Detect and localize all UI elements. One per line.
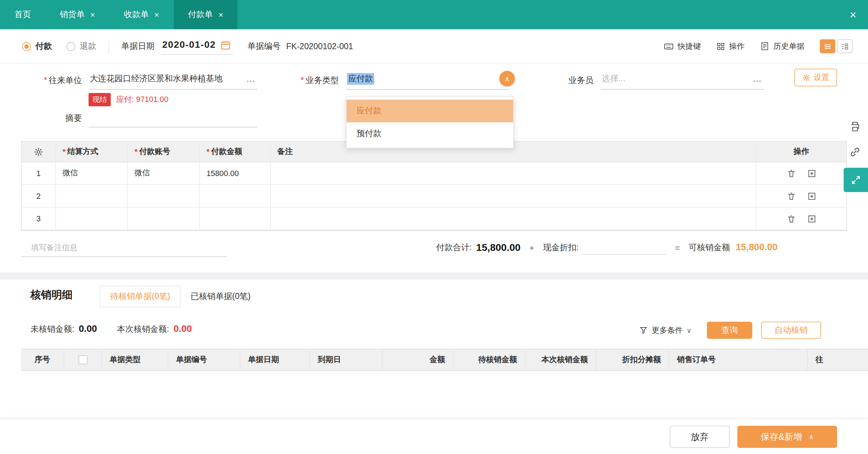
operations-label: 操作 <box>729 41 745 51</box>
discard-button[interactable]: 放弃 <box>670 426 730 448</box>
required-mark: * <box>301 75 304 84</box>
equals-sign: = <box>675 243 680 252</box>
settlement-method-cell[interactable] <box>56 185 128 207</box>
payment-amount-cell[interactable] <box>200 185 271 207</box>
verifiable-amount-label: 可核销金额 <box>689 242 730 253</box>
header-select-all <box>64 349 102 370</box>
table-settings-gear-icon[interactable] <box>22 142 56 162</box>
remark-cell[interactable] <box>271 208 756 230</box>
header-pending-amount: 待核销金额 <box>453 349 525 370</box>
doc-date-field[interactable]: 2020-01-02 <box>161 38 233 55</box>
radio-payment[interactable]: 付款 <box>22 41 52 52</box>
save-and-new-button[interactable]: 保存&新增 ∧ <box>737 426 837 448</box>
verify-stats: 未核销金额: 0.00 本次核销金额: 0.00 <box>30 323 192 334</box>
header-payment-amount: *付款金额 <box>200 142 271 162</box>
contact-field[interactable]: 大连花园口经济区景和水果种植基地 ... <box>89 72 258 90</box>
row-actions <box>756 208 846 230</box>
payment-account-cell[interactable] <box>128 208 200 230</box>
tab-home[interactable]: 首页 <box>0 0 45 29</box>
payment-total-label: 付款合计: <box>436 242 472 253</box>
auto-verify-button[interactable]: 自动核销 <box>761 322 821 339</box>
tab-pending-documents[interactable]: 待核销单据(0笔) <box>100 286 181 308</box>
salesman-field[interactable]: 选择... ... <box>601 72 764 90</box>
add-row-icon[interactable] <box>807 169 816 178</box>
biz-type-field[interactable]: 应付款 <box>346 72 509 90</box>
payment-account-cell[interactable]: 微信 <box>128 162 200 184</box>
expand-icon[interactable] <box>844 168 868 192</box>
cash-discount-input[interactable] <box>583 240 666 254</box>
chevron-up-icon: ∧ <box>505 74 510 83</box>
delete-row-icon[interactable] <box>786 191 796 201</box>
order-remark-input[interactable] <box>21 238 227 257</box>
verifiable-amount-value: 15,800.00 <box>736 242 778 253</box>
doc-date-value: 2020-01-02 <box>162 39 216 50</box>
header-doc-date: 单据日期 <box>240 349 310 370</box>
table-row: 1 微信 微信 15800.00 <box>22 162 847 185</box>
tab-payment-order[interactable]: 付款单 × <box>174 0 238 29</box>
required-mark: * <box>44 75 47 84</box>
tab-verified-documents[interactable]: 已核销单据(0笔) <box>181 286 260 306</box>
settlement-method-cell[interactable]: 微信 <box>56 162 128 184</box>
contact-value: 大连花园口经济区景和水果种植基地 <box>90 74 223 84</box>
tab-sales-order[interactable]: 销货单 × <box>45 0 109 29</box>
detail-view-toggle[interactable] <box>837 39 853 53</box>
dropdown-item-prepaid[interactable]: 预付款 <box>347 122 513 145</box>
window-close-icon[interactable]: × <box>838 0 868 29</box>
salesman-placeholder: 选择... <box>602 74 625 84</box>
header-doc-no: 单据编号 <box>168 349 240 370</box>
settings-button[interactable]: 设置 <box>794 69 837 87</box>
tab-receipt-order[interactable]: 收款单 × <box>109 0 174 29</box>
row-number: 2 <box>22 185 56 207</box>
select-all-checkbox[interactable] <box>78 355 87 364</box>
document-icon <box>760 42 769 51</box>
summary-field[interactable] <box>89 110 258 128</box>
attachment-icon[interactable] <box>847 144 863 160</box>
doc-no-value: FK-20200102-001 <box>286 42 353 51</box>
list-view-toggle[interactable] <box>820 39 836 53</box>
unverified-amount-value: 0.00 <box>79 323 97 334</box>
shortcuts-button[interactable]: 快捷键 <box>664 41 701 51</box>
row-number: 3 <box>22 208 56 230</box>
radio-payment-label: 付款 <box>35 41 52 52</box>
remark-cell[interactable] <box>271 162 756 184</box>
tab-close-icon[interactable]: × <box>90 11 95 19</box>
dropdown-item-payable[interactable]: 应付款 <box>347 100 513 123</box>
tab-close-icon[interactable]: × <box>218 11 223 19</box>
delete-row-icon[interactable] <box>786 169 796 178</box>
more-filters-label: 更多条件 <box>652 325 683 335</box>
salesman-label: 业务员 <box>560 75 593 86</box>
verify-table-header: 序号 单据类型 单据编号 单据日期 到期日 金额 待核销金额 本次核销金额 折扣… <box>21 349 868 371</box>
header-doc-type: 单据类型 <box>102 349 168 370</box>
settlement-method-cell[interactable] <box>56 208 128 230</box>
row-actions <box>756 185 846 207</box>
gear-icon <box>802 73 810 82</box>
payment-amount-cell[interactable] <box>200 208 271 230</box>
add-row-icon[interactable] <box>807 214 816 223</box>
add-row-icon[interactable] <box>807 191 816 201</box>
more-filters-button[interactable]: 更多条件 ∨ <box>640 325 692 335</box>
payment-account-cell[interactable] <box>128 185 200 207</box>
funnel-icon <box>640 326 648 334</box>
tab-label: 首页 <box>14 9 31 20</box>
table-row: 3 <box>22 208 847 231</box>
print-icon[interactable] <box>847 118 863 134</box>
totals-row: 付款合计: 15,800.00 + 现金折扣: = 可核销金额 15,800.0… <box>436 238 777 257</box>
calendar-icon[interactable] <box>220 40 231 50</box>
operations-button[interactable]: 操作 <box>716 41 744 51</box>
query-button[interactable]: 查询 <box>707 322 752 339</box>
header-due-date: 到期日 <box>310 349 383 370</box>
toolbar-right-group: 快捷键 操作 历史单据 <box>664 39 853 53</box>
history-documents-label: 历史单据 <box>773 41 804 51</box>
payment-amount-cell[interactable]: 15800.00 <box>200 162 271 184</box>
summary-label: 摘要 <box>21 113 82 124</box>
delete-row-icon[interactable] <box>786 214 796 223</box>
top-tab-bar: 首页 销货单 × 收款单 × 付款单 × × <box>0 0 868 29</box>
shortcuts-label: 快捷键 <box>678 41 701 51</box>
radio-refund[interactable]: 退款 <box>66 41 96 52</box>
remark-cell[interactable] <box>271 185 756 207</box>
contact-picker-icon[interactable]: ... <box>247 74 255 83</box>
tab-close-icon[interactable]: × <box>154 11 159 19</box>
history-documents-button[interactable]: 历史单据 <box>760 41 804 51</box>
collapse-dropdown-button[interactable]: ∧ <box>499 71 515 87</box>
salesman-picker-icon[interactable]: ... <box>753 74 762 83</box>
